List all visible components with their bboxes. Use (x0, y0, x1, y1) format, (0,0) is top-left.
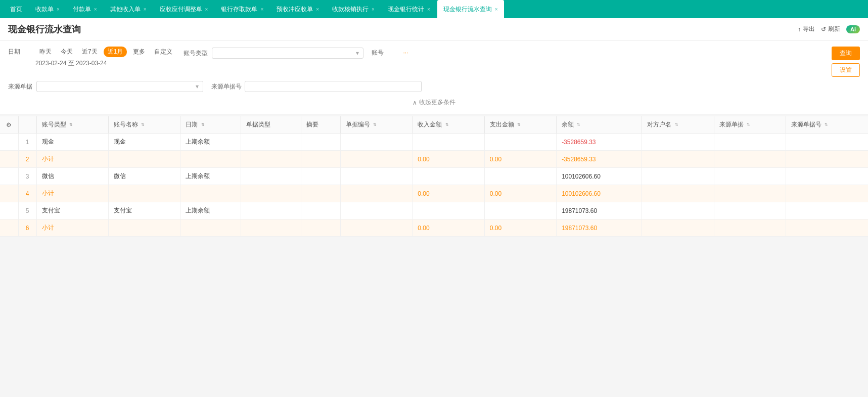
date-column-header[interactable]: 日期 ⇅ (180, 116, 241, 134)
nav-tab-label: 应收应付调整单 (160, 5, 202, 14)
account-name-cell: 现金 (108, 134, 180, 151)
top-navigation: 首页 收款单×付款单×其他收入单×应收应付调整单×银行存取款单×预收冲应收单×收… (0, 0, 868, 18)
account-type-column-header[interactable]: 账号类型 ⇅ (36, 116, 108, 134)
account-type-select[interactable]: ▾ (212, 48, 363, 59)
account-name-cell (108, 219, 180, 237)
date-filter-label: 日期 (8, 48, 33, 56)
source-doc-num-cell (786, 168, 868, 185)
row-num-cell: 3 (18, 168, 36, 185)
account-type-cell: 小计 (36, 185, 108, 202)
ai-badge[interactable]: Ai (846, 25, 860, 33)
income-amount-cell: 0.00 (413, 185, 484, 202)
doc-type-cell (241, 151, 301, 168)
nav-tab-verify-exec[interactable]: 收款核销执行× (326, 0, 381, 18)
nav-tab-close-prepay-offset[interactable]: × (316, 7, 319, 12)
date-shortcut-7days[interactable]: 近7天 (79, 47, 101, 57)
date-shortcut-custom[interactable]: 自定义 (151, 47, 175, 57)
doc-num-column-header[interactable]: 单据编号 ⇅ (340, 116, 412, 134)
nav-tab-close-ar-adjust[interactable]: × (205, 7, 208, 12)
doc-type-cell (241, 202, 301, 219)
source-doc-num-label: 来源单据号 (211, 82, 242, 91)
source-doc-column-header[interactable]: 来源单据 ⇅ (714, 116, 786, 134)
nav-tab-close-other-income[interactable]: × (144, 7, 147, 12)
export-icon: ↑ (798, 26, 801, 33)
expense-amount-column-header[interactable]: 支出金额 ⇅ (484, 116, 556, 134)
nav-tab-other-income[interactable]: 其他收入单× (104, 0, 153, 18)
nav-tab-label: 收款单 (35, 5, 54, 14)
collapse-icon: ∧ (413, 99, 417, 106)
account-name-column-header[interactable]: 账号名称 ⇅ (108, 116, 180, 134)
nav-tabs: 收款单×付款单×其他收入单×应收应付调整单×银行存取款单×预收冲应收单×收款核销… (29, 0, 504, 18)
doc-type-cell (241, 168, 301, 185)
nav-tab-close-cash-bank-flow[interactable]: × (495, 7, 498, 12)
nav-tab-close-verify-exec[interactable]: × (372, 7, 375, 12)
settings-button[interactable]: 设置 (832, 63, 860, 77)
account-name-cell: 支付宝 (108, 202, 180, 219)
doc-num-sort-icon: ⇅ (373, 123, 377, 127)
counterparty-cell (642, 134, 714, 151)
income-amount-cell (413, 168, 484, 185)
account-more-button[interactable]: ··· (400, 48, 411, 58)
date-shortcut-1month[interactable]: 近1月 (104, 47, 127, 57)
collapse-filter-button[interactable]: ∧ 收起更多条件 (8, 96, 860, 108)
nav-tab-cash-bank-flow[interactable]: 现金银行流水查询× (437, 0, 504, 18)
source-doc-num-input[interactable] (245, 81, 422, 92)
source-doc-chevron-icon: ▾ (196, 83, 199, 90)
date-cell: 上期余额 (180, 134, 241, 151)
query-button[interactable]: 查询 (832, 47, 860, 60)
nav-tab-close-receive[interactable]: × (57, 7, 60, 12)
doc-type-cell (241, 134, 301, 151)
source-doc-cell (714, 134, 786, 151)
date-shortcut-yesterday[interactable]: 昨天 (36, 47, 55, 57)
source-doc-sort-icon: ⇅ (747, 123, 750, 127)
summary-cell (301, 219, 341, 237)
nav-tab-cash-bank-stat[interactable]: 现金银行统计× (382, 0, 436, 18)
counterparty-column-header[interactable]: 对方户名 ⇅ (642, 116, 714, 134)
doc-num-cell (340, 151, 412, 168)
summary-column-header: 摘要 (301, 116, 341, 134)
gear-icon[interactable]: ⚙ (6, 121, 12, 128)
table-row: 4 小计 0.00 0.00 100102606.60 (0, 185, 868, 202)
account-type-label: 账号类型 (184, 49, 209, 58)
nav-tab-prepay-offset[interactable]: 预收冲应收单× (270, 0, 325, 18)
nav-tab-label: 收款核销执行 (332, 5, 369, 14)
doc-type-column-header: 单据类型 (241, 116, 301, 134)
nav-tab-bank-deposit[interactable]: 银行存取款单× (215, 0, 269, 18)
balance-column-header[interactable]: 余额 ⇅ (557, 116, 642, 134)
gear-cell (0, 185, 18, 202)
row-num-cell: 5 (18, 202, 36, 219)
export-button[interactable]: ↑ 导出 (798, 25, 815, 33)
gear-column-header[interactable]: ⚙ (0, 116, 18, 134)
nav-tab-close-pay[interactable]: × (94, 7, 97, 12)
table-row: 5 支付宝 支付宝 上期余额 19871073.60 (0, 202, 868, 219)
source-doc-label: 来源单据 (8, 82, 33, 91)
account-name-sort-icon: ⇅ (141, 123, 145, 127)
date-shortcut-more[interactable]: 更多 (130, 47, 148, 57)
expense-amount-cell (484, 168, 556, 185)
nav-tab-ar-adjust[interactable]: 应收应付调整单× (154, 0, 214, 18)
source-doc-select[interactable]: ▾ (36, 81, 203, 92)
balance-cell: -3528659.33 (557, 134, 642, 151)
gear-cell (0, 168, 18, 185)
page-title: 现金银行流水查询 (8, 23, 81, 35)
nav-tab-pay[interactable]: 付款单× (67, 0, 103, 18)
nav-tab-receive[interactable]: 收款单× (29, 0, 66, 18)
income-sort-icon: ⇅ (445, 123, 449, 127)
date-shortcut-today[interactable]: 今天 (58, 47, 76, 57)
account-type-cell: 小计 (36, 151, 108, 168)
row-num-cell: 4 (18, 185, 36, 202)
doc-type-cell (241, 219, 301, 237)
source-doc-num-column-header[interactable]: 来源单据号 ⇅ (786, 116, 868, 134)
source-doc-num-cell (786, 151, 868, 168)
nav-tab-label: 现金银行流水查询 (443, 5, 492, 14)
refresh-button[interactable]: ↺ 刷新 (821, 25, 840, 33)
nav-home[interactable]: 首页 (4, 5, 28, 14)
account-name-cell (108, 151, 180, 168)
table-row: 6 小计 0.00 0.00 19871073.60 (0, 219, 868, 237)
income-amount-column-header[interactable]: 收入金额 ⇅ (413, 116, 484, 134)
nav-tab-close-bank-deposit[interactable]: × (260, 7, 263, 12)
nav-tab-close-cash-bank-stat[interactable]: × (427, 7, 430, 12)
expense-amount-cell: 0.00 (484, 219, 556, 237)
nav-tab-label: 其他收入单 (110, 5, 141, 14)
account-name-cell (108, 185, 180, 202)
